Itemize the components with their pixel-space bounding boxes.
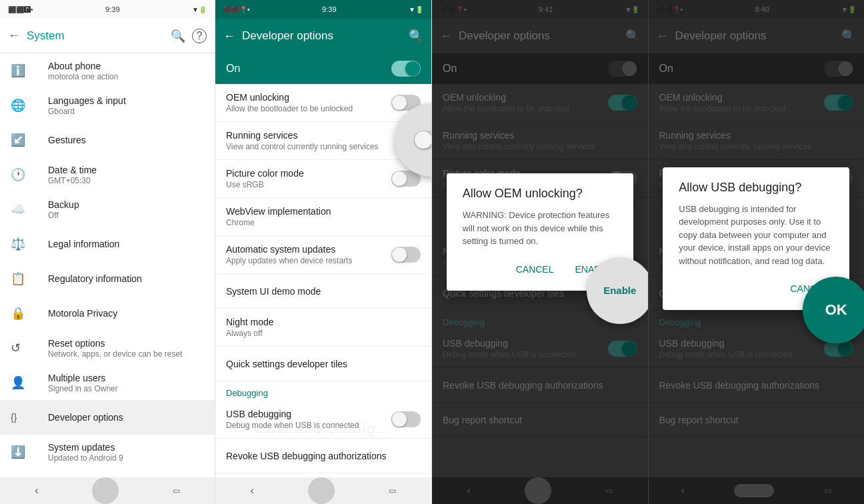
setting-qstiles-middle[interactable]: Quick settings developer tiles xyxy=(215,347,431,381)
oem-big-toggle-circle[interactable] xyxy=(395,103,432,177)
search-icon-left[interactable]: 🔍 xyxy=(171,29,185,43)
status-time-left: 9:39 xyxy=(105,5,119,13)
setting-nightmode-middle[interactable]: Night mode Always off xyxy=(215,309,431,347)
nav-back-left[interactable]: ‹ xyxy=(19,479,54,502)
revoke-title-middle: Revoke USB debugging authorizations xyxy=(226,451,387,461)
privacy-icon: 🔒 xyxy=(11,306,29,321)
sidebar-item-regulatory[interactable]: 📋 Regulatory information xyxy=(0,261,215,296)
sidebar-item-about[interactable]: ℹ️ About phone motorola one action xyxy=(0,53,215,88)
nav-bar-middle: ‹ ▭ xyxy=(215,477,431,504)
gesture-title: Gestures xyxy=(48,135,86,145)
nav-recents-left[interactable]: ▭ xyxy=(157,481,196,501)
usb-dialog: Allow USB debugging? USB debugging is in… xyxy=(663,167,849,311)
reset-subtitle: Network, apps, or device can be reset xyxy=(48,349,182,359)
oem-big-toggle-thumb xyxy=(415,131,432,149)
nav-bar-left: ‹ ▭ xyxy=(0,477,215,504)
status-bar-middle: ⬛⬛📍• 9:39 ▼🔋 xyxy=(215,0,431,19)
setting-revoke-middle[interactable]: Revoke USB debugging authorizations xyxy=(215,439,431,473)
ok-circle-container: OK xyxy=(803,277,864,343)
right-panel-1: ⬛⬛📍• 9:41 ▼🔋 ← Developer options 🔍 On OE… xyxy=(432,0,649,504)
uidemo-title-middle: System UI demo mode xyxy=(226,286,321,297)
enable-circle-container: Enable xyxy=(587,257,649,324)
clock-icon: 🕐 xyxy=(11,167,29,182)
language-icon: 🌐 xyxy=(11,98,29,113)
search-icon-middle[interactable]: 🔍 xyxy=(409,29,423,43)
legal-title: Legal information xyxy=(48,239,119,249)
oem-dialog-overlay: Allow OEM unlocking? WARNING: Device pro… xyxy=(432,0,648,504)
sidebar-item-privacy[interactable]: 🔒 Motorola Privacy xyxy=(0,296,215,331)
about-title: About phone xyxy=(48,61,118,71)
on-toggle-middle[interactable] xyxy=(391,61,421,77)
status-right-icons-middle: ▼🔋 xyxy=(409,6,423,13)
status-middle-left: ⬛⬛📍• xyxy=(223,6,250,13)
sidebar-item-updates[interactable]: ⬇️ System updates Updated to Android 9 xyxy=(0,435,215,469)
about-subtitle: motorola one action xyxy=(48,72,118,81)
autoupdate-toggle-middle[interactable] xyxy=(391,247,421,263)
developer-title: Developer options xyxy=(48,412,123,423)
usb-dialog-body: USB debugging is intended for developmen… xyxy=(679,203,833,268)
nav-home-middle[interactable] xyxy=(308,477,335,504)
oem-big-toggle-container xyxy=(395,103,432,177)
debugging-header-middle: Debugging xyxy=(215,381,431,401)
setting-autoupdate-middle[interactable]: Automatic system updates Apply updates w… xyxy=(215,236,431,274)
nightmode-subtitle-middle: Always off xyxy=(226,329,274,338)
on-toggle-thumb-middle xyxy=(405,61,420,76)
help-icon-left[interactable]: ? xyxy=(192,29,207,43)
sidebar-item-legal[interactable]: ⚖️ Legal information xyxy=(0,227,215,261)
back-icon-left[interactable]: ← xyxy=(8,29,20,43)
gesture-icon: ↙️ xyxy=(11,133,29,147)
oem-dialog-body: WARNING: Device protection features will… xyxy=(463,209,617,248)
sidebar-item-gestures[interactable]: ↙️ Gestures xyxy=(0,123,215,157)
sidebar-item-reset[interactable]: ↺ Reset options Network, apps, or device… xyxy=(0,331,215,365)
qstiles-title-middle: Quick settings developer tiles xyxy=(226,359,347,369)
sidebar-scroll: ℹ️ About phone motorola one action 🌐 Lan… xyxy=(0,53,215,477)
datetime-subtitle: GMT+05:30 xyxy=(48,176,97,185)
picture-title-middle: Picture color mode xyxy=(226,168,304,179)
sidebar-item-datetime[interactable]: 🕐 Date & time GMT+05:30 xyxy=(0,157,215,192)
ok-circle-label: OK xyxy=(825,301,847,319)
right-group: ⬛⬛📍• 9:41 ▼🔋 ← Developer options 🔍 On OE… xyxy=(432,0,864,504)
language-title: Languages & input xyxy=(48,95,126,106)
info-icon: ℹ️ xyxy=(11,63,29,78)
ok-big-circle[interactable]: OK xyxy=(803,277,864,343)
toolbar-middle: ← Developer options 🔍 xyxy=(215,19,431,53)
setting-uidemo-middle[interactable]: System UI demo mode xyxy=(215,274,431,309)
sidebar-item-users[interactable]: 👤 Multiple users Signed in as Owner xyxy=(0,365,215,400)
usbdebug-title-middle: USB debugging xyxy=(226,409,359,419)
left-panel: ⬛⬛🅿• 9:39 ▼🔋 ← System 🔍 ? ℹ️ About phone… xyxy=(0,0,215,504)
back-icon-middle[interactable]: ← xyxy=(223,29,235,43)
on-toggle-bar-middle[interactable]: On xyxy=(215,53,431,84)
running-title-middle: Running services xyxy=(226,130,379,141)
running-subtitle-middle: View and control currently running servi… xyxy=(226,142,379,151)
users-icon: 👤 xyxy=(11,375,29,390)
nav-back-middle[interactable]: ‹ xyxy=(235,479,270,502)
picture-subtitle-middle: Use sRGB xyxy=(226,180,304,189)
usb-dialog-overlay: Allow USB debugging? USB debugging is in… xyxy=(649,0,865,504)
nav-recents-middle[interactable]: ▭ xyxy=(373,481,412,501)
regulatory-icon: 📋 xyxy=(11,271,29,286)
nav-home-left[interactable] xyxy=(92,477,119,504)
oem-big-toggle-switch xyxy=(414,131,432,149)
oem-title-middle: OEM unlocking xyxy=(226,92,353,103)
status-right-icons-left: ▼🔋 xyxy=(192,6,207,13)
usb-dialog-title: Allow USB debugging? xyxy=(679,181,833,195)
enable-big-circle[interactable]: Enable xyxy=(587,257,649,324)
datetime-title: Date & time xyxy=(48,165,97,175)
backup-subtitle: Off xyxy=(48,211,79,220)
usbdebug-toggle-middle[interactable] xyxy=(391,411,421,427)
sidebar-item-language[interactable]: 🌐 Languages & input Gboard xyxy=(0,88,215,123)
regulatory-title: Regulatory information xyxy=(48,273,142,284)
setting-usbdebug-middle[interactable]: USB debugging Debug mode when USB is con… xyxy=(215,401,431,439)
sidebar-item-developer[interactable]: {} Developer options xyxy=(0,400,215,435)
webview-subtitle-middle: Chrome xyxy=(226,218,331,227)
oem-dialog: Allow OEM unlocking? WARNING: Device pro… xyxy=(447,173,633,291)
setting-webview-middle[interactable]: WebView implementation Chrome xyxy=(215,198,431,236)
webview-title-middle: WebView implementation xyxy=(226,206,331,217)
oem-cancel-button[interactable]: Cancel xyxy=(511,261,559,277)
users-subtitle: Signed in as Owner xyxy=(48,384,118,393)
dev-options-title-middle: Developer options xyxy=(242,29,402,43)
developer-icon: {} xyxy=(11,412,29,423)
backup-title: Backup xyxy=(48,199,79,210)
sidebar-item-backup[interactable]: ☁️ Backup Off xyxy=(0,192,215,227)
nightmode-title-middle: Night mode xyxy=(226,317,274,327)
